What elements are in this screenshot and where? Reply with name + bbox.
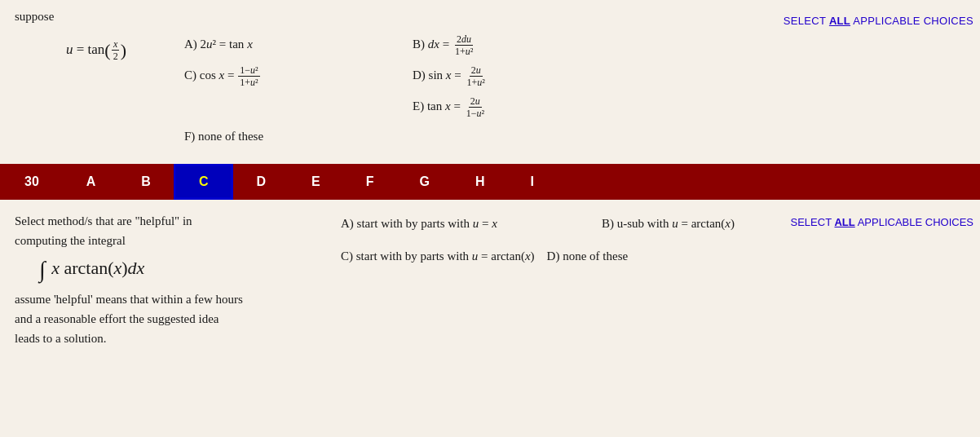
choice-E[interactable] (184, 95, 413, 117)
choices-area: A) 2u² = tan x B) dx = 2du1+u² C) cos x … (178, 30, 965, 157)
nav-item-E[interactable]: E (289, 164, 343, 200)
choice-B[interactable]: B) dx = 2du1+u² (413, 33, 641, 58)
nav-item-G[interactable]: G (397, 164, 452, 200)
nav-item-30[interactable]: 30 (0, 164, 64, 200)
nav-item-B[interactable]: B (118, 164, 174, 200)
select-all-bottom[interactable]: SELECT ALL APPLICABLE CHOICES (791, 216, 973, 228)
bottom-choice-A[interactable]: A) start with by parts with u = x (341, 211, 602, 236)
choice-row-3: E) tan x = 2u1−u² (184, 95, 959, 120)
integral-display: ∫ x arctan(x)dx (39, 257, 144, 283)
nav-item-H[interactable]: H (452, 164, 508, 200)
choice-A[interactable]: A) 2u² = tan x (184, 33, 413, 55)
choice-row-1: A) 2u² = tan x B) dx = 2du1+u² (184, 33, 959, 58)
nav-item-I[interactable]: I (508, 164, 557, 200)
bottom-choice-B[interactable]: B) u-sub with u = arctan(x) (602, 211, 735, 236)
choice-D[interactable]: D) sin x = 2u1+u² (413, 64, 641, 89)
assume-line3: leads to a solution. (15, 332, 107, 345)
bottom-section: SELECT ALL APPLICABLE CHOICES Select met… (0, 200, 980, 355)
nav-item-D[interactable]: D (233, 164, 289, 200)
bottom-choice-row-2: C) start with by parts with u = arctan(x… (341, 244, 965, 268)
choice-row-4: F) none of these (184, 126, 959, 148)
assume-section: assume 'helpful' means that within a few… (15, 289, 965, 348)
bottom-left-col: Select method/s that are "helpful" in co… (15, 211, 192, 289)
u-definition: u = tan(x2) (15, 30, 178, 71)
assume-line2: and a reasonable effort the suggested id… (15, 312, 219, 325)
choice-F[interactable]: F) none of these (184, 126, 413, 148)
nav-bar: 30 A B C D E F G H I (0, 164, 980, 200)
choice-E-val[interactable]: E) tan x = 2u1−u² (413, 95, 641, 120)
question-text: Select method/s that are "helpful" in co… (15, 211, 192, 250)
choice-row-2: C) cos x = 1−u²1+u² D) sin x = 2u1+u² (184, 64, 959, 89)
nav-item-C[interactable]: C (174, 164, 234, 200)
top-math-row: u = tan(x2) A) 2u² = tan x B) dx = 2du1+… (15, 30, 965, 157)
assume-line1: assume 'helpful' means that within a few… (15, 293, 243, 306)
assume-text: assume 'helpful' means that within a few… (15, 289, 965, 348)
choice-C[interactable]: C) cos x = 1−u²1+u² (184, 64, 413, 89)
select-all-top[interactable]: SELECT ALL APPLICABLE CHOICES (784, 15, 973, 27)
top-section: suppose SELECT ALL APPLICABLE CHOICES u … (0, 0, 980, 164)
nav-item-F[interactable]: F (343, 164, 397, 200)
bottom-choice-C[interactable]: C) start with by parts with u = arctan(x… (341, 244, 628, 268)
question-line1: Select method/s that are "helpful" in (15, 214, 192, 227)
nav-item-A[interactable]: A (64, 164, 119, 200)
question-line2: computing the integral (15, 234, 126, 247)
